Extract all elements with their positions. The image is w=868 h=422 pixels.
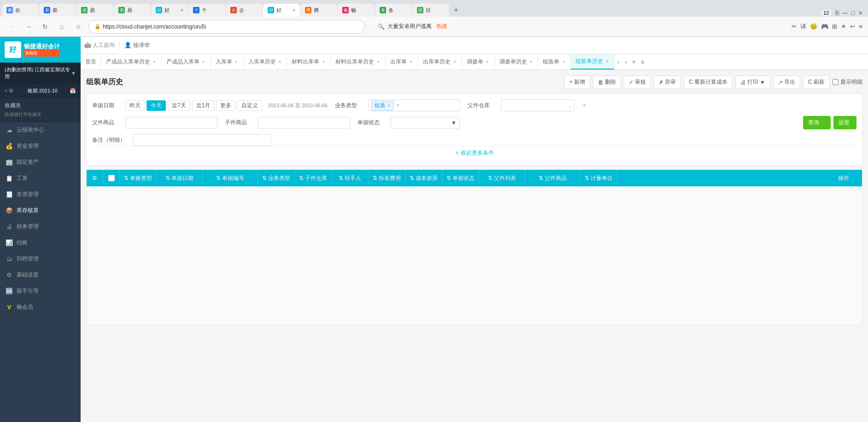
col-checkbox[interactable] (103, 170, 120, 186)
date-btn-today[interactable]: 今天 (147, 100, 166, 111)
tab-close-finished-in[interactable]: × (201, 59, 206, 65)
print-button[interactable]: 🖨 打印 ▼ (735, 75, 770, 89)
biz-type-dropdown[interactable]: ▼ (395, 103, 400, 108)
tab-close-assembly[interactable]: × (561, 59, 566, 65)
query-button[interactable]: 查询 (803, 116, 831, 129)
export-button[interactable]: ↗ 导出 (773, 75, 800, 89)
date-btn-1month[interactable]: 近1月 (192, 100, 215, 111)
tab-close-in-receipt[interactable]: × (234, 59, 239, 65)
page-tab-assembly[interactable]: 组装单 × (538, 54, 571, 69)
select-all-checkbox[interactable] (108, 175, 115, 181)
browser-tab-1[interactable]: 在 在 (2, 4, 39, 17)
date-btn-more[interactable]: 更多 (216, 100, 235, 111)
tab-close-out-history[interactable]: × (452, 59, 457, 65)
col-warehouse[interactable]: ⇅ 子件仓库 (295, 170, 332, 186)
page-tab-transfer-history[interactable]: 调拨单历史 × (495, 54, 539, 69)
page-tab-finished-in[interactable]: 产成品入库单 × (162, 54, 211, 69)
tab-close-material-out[interactable]: × (321, 59, 326, 65)
recalculate-button[interactable]: C 重新计算成本 (684, 75, 733, 89)
browser-tab-8[interactable]: 好 好 × (263, 4, 300, 17)
page-tab-finished-in-history[interactable]: 产成品入库单历史 × (101, 54, 162, 69)
sidebar-item-archive[interactable]: 🗂 归档管理 (0, 251, 81, 267)
sidebar-item-inventory[interactable]: 📦 库存核算 (0, 202, 81, 219)
back-button[interactable]: ← (6, 20, 18, 33)
new-tab-button[interactable]: + (450, 4, 463, 17)
date-btn-custom[interactable]: 自定义 (237, 100, 262, 111)
col-parent-goods[interactable]: ⇅ 父件商品 (525, 170, 581, 186)
sidebar-item-invoice[interactable]: 🧾 发票管理 (0, 186, 81, 202)
tab-close-5[interactable]: × (181, 8, 183, 13)
parent-warehouse-more[interactable]: ... (567, 103, 571, 108)
page-tab-assembly-history[interactable]: 组装单历史 × (571, 54, 615, 69)
browser-tab-5[interactable]: 好 好 × (151, 4, 188, 17)
col-disassemble[interactable]: ⇅ 拆装费用 (369, 170, 405, 186)
collapse-bar[interactable]: ∧ 收起更多条件 (92, 146, 856, 160)
page-tab-in-receipt[interactable]: 入库单 × (211, 54, 244, 69)
parent-warehouse-input[interactable]: ... (501, 99, 575, 111)
biz-type-input[interactable]: 组装 × ▼ (368, 99, 460, 111)
url-bar[interactable]: 🔒 https://cloud.chanjet.com/accounting/u… (88, 20, 365, 34)
tab-scroll-close[interactable]: × (629, 59, 638, 65)
page-tab-transfer[interactable]: 调拨单 × (462, 54, 495, 69)
col-parent-list[interactable]: ⇅ 父件列表 (479, 170, 525, 186)
col-status[interactable]: ⇅ 单据状态 (442, 170, 479, 186)
tab-close-finished-in-history[interactable]: × (152, 59, 157, 65)
tab-close-in-receipt-history[interactable]: × (278, 59, 282, 65)
sidebar-item-salary[interactable]: 📋 工资 (0, 170, 81, 186)
refresh-button[interactable]: C 刷新 (803, 75, 830, 89)
bookmark-button[interactable]: ☆ (72, 20, 85, 33)
favorites-title[interactable]: 收藏夹 (5, 102, 76, 110)
sidebar-item-member[interactable]: V 畅会员 (0, 299, 81, 315)
sidebar-item-guide[interactable]: 🆕 新手引导 (0, 283, 81, 299)
settings-button[interactable]: 设置 (833, 116, 856, 129)
page-tab-out-history[interactable]: 出库单历史 × (418, 54, 462, 69)
show-detail-checkbox[interactable] (833, 79, 839, 85)
tab-scroll-left[interactable]: ‹ (615, 59, 622, 65)
page-tab-out[interactable]: 出库单 × (386, 54, 418, 69)
browser-tab-12[interactable]: 目 目 (412, 4, 449, 17)
sidebar-item-fund[interactable]: 💰 资金管理 (0, 138, 81, 154)
page-tab-in-receipt-history[interactable]: 入库单历史 × (244, 54, 287, 69)
child-goods-input[interactable]: ... (258, 117, 350, 129)
status-dropdown[interactable]: ▼ (391, 117, 460, 129)
col-type[interactable]: ⇅ 单账类型 (120, 170, 157, 186)
parent-goods-more-btn[interactable]: ... (210, 120, 214, 126)
date-btn-yesterday[interactable]: 昨天 (125, 100, 145, 111)
favorites-hint[interactable]: 快捷键打开收藏夹 (5, 111, 76, 118)
page-tab-home[interactable]: 首页 (81, 54, 101, 69)
browser-tab-2[interactable]: 新 新 (39, 4, 76, 17)
delete-button[interactable]: 🗑 删除 (593, 75, 621, 89)
browser-tab-6[interactable]: 个 个 (188, 4, 225, 17)
sidebar-item-basic[interactable]: ⚙ 基础设置 (0, 267, 81, 283)
child-goods-more-btn[interactable]: ... (343, 120, 347, 126)
show-detail-label[interactable]: 显示明细 (833, 78, 862, 86)
home-button[interactable]: ⌂ (55, 20, 68, 33)
col-gear[interactable]: ⚙ (87, 170, 103, 186)
tab-close-material-out-history[interactable]: × (376, 59, 381, 65)
refresh-button[interactable]: ↻ (39, 20, 52, 33)
company-selector[interactable]: (勿删勿禁用) 江西服宝测试专用 ▼ (0, 63, 81, 84)
browser-tab-11[interactable]: 各 各 (375, 4, 412, 17)
tab-scroll-menu[interactable]: ≡ (638, 59, 647, 65)
tab-close-assembly-history[interactable]: × (605, 58, 610, 64)
parent-goods-input[interactable]: ... (125, 117, 217, 129)
search-text[interactable]: 大量安卓用户逃离 (387, 23, 432, 30)
biz-type-tag-remove[interactable]: × (387, 103, 390, 108)
browser-tab-10[interactable]: 畅 畅 (338, 4, 375, 17)
parent-warehouse-extra[interactable]: ▼ (582, 103, 587, 108)
tab-close-8[interactable]: × (293, 8, 295, 13)
tab-close-transfer[interactable]: × (485, 59, 490, 65)
new-button[interactable]: + 新增 (564, 75, 590, 89)
col-date[interactable]: ⇅ 单据日期 (157, 170, 203, 186)
page-tab-material-out-history[interactable]: 材料出库单历史 × (331, 54, 386, 69)
col-biz[interactable]: ⇅ 业务类型 (258, 170, 295, 186)
browser-tab-9[interactable]: 腾 腾 (300, 4, 337, 17)
tab-scroll-right[interactable]: › (622, 59, 629, 65)
abandon-button[interactable]: ✗ 弃审 (654, 75, 681, 89)
browser-tab-3[interactable]: 易 易 (76, 4, 113, 17)
page-tab-material-out[interactable]: 材料出库单 × (287, 54, 331, 69)
sidebar-item-settle[interactable]: 📊 结账 (0, 235, 81, 251)
col-unit[interactable]: ⇅ 计量单位 (581, 170, 617, 186)
col-handler[interactable]: ⇅ 经手人 (332, 170, 369, 186)
sidebar-item-fixed-assets[interactable]: 🏢 固定资产 (0, 154, 81, 170)
